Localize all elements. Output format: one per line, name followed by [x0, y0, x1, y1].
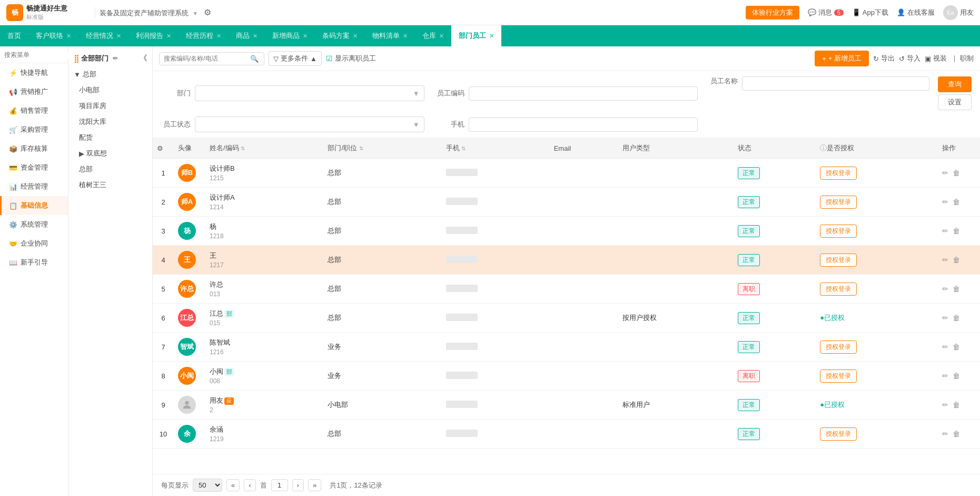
auth-button[interactable]: 授权登录 [820, 369, 857, 383]
edit-icon[interactable]: ✏ [942, 343, 948, 351]
nav-item-collab[interactable]: 🤝 企业协同 [0, 234, 68, 253]
import-button[interactable]: ↺ 导入 [899, 54, 920, 63]
dept-item-project[interactable]: 项目库房 [68, 98, 152, 114]
edit-icon[interactable]: ✏ [942, 256, 948, 264]
auth-button[interactable]: 授权登录 [820, 254, 857, 267]
edit-icon[interactable]: ✏ [942, 285, 948, 293]
online-service-button[interactable]: 👤 在线客服 [897, 8, 935, 17]
edit-icon[interactable]: ✏ [942, 198, 948, 206]
auth-button[interactable]: 授权登录 [820, 196, 857, 209]
app-download-button[interactable]: 📱 App下载 [852, 8, 888, 17]
nav-item-goods[interactable]: 商品 ✕ [229, 25, 265, 46]
page-size-select[interactable]: 50 20 100 [193, 479, 222, 492]
dept-item-head[interactable]: ▼ 总部 [68, 66, 152, 82]
nav-item-marketing[interactable]: 📢 营销推广 [0, 82, 68, 101]
nav-item-finance[interactable]: 💳 资金管理 [0, 158, 68, 177]
sort-dept-icon[interactable]: ⇅ [359, 145, 363, 151]
dept-item-peihuo[interactable]: 配货 [68, 130, 152, 145]
prev-page-button[interactable]: ‹ [244, 479, 255, 491]
print-button[interactable]: ｜ 职制 [951, 54, 974, 63]
last-page-button[interactable]: » [308, 479, 321, 491]
filter-phone-input[interactable] [469, 118, 698, 132]
dept-item-xiaodian[interactable]: 小电部 [68, 82, 152, 98]
dept-item-shenyang[interactable]: 沈阳大库 [68, 114, 152, 130]
nav-item-sales[interactable]: 💰 销售管理 [0, 101, 68, 120]
nav-item-system[interactable]: ⚙️ 系统管理 [0, 215, 68, 234]
filter-dept-select[interactable]: ▼ [195, 85, 424, 101]
edit-icon[interactable]: ✏ [942, 227, 948, 235]
auth-button[interactable]: 授权登录 [820, 225, 857, 238]
edit-icon[interactable]: ✏ [942, 169, 948, 177]
edit-icon[interactable]: ✏ [942, 372, 948, 380]
edit-icon[interactable]: ✏ [942, 314, 948, 322]
nav-item-new-goods[interactable]: 新增商品 ✕ [265, 25, 315, 46]
user-avatar-area[interactable]: Ea 用友 [943, 5, 974, 20]
nav-item-quick[interactable]: ⚡ 快捷导航 [0, 63, 68, 82]
nav-close-new-goods[interactable]: ✕ [303, 33, 308, 40]
settings-col-icon[interactable]: ⚙ [157, 144, 163, 152]
dept-item-shuangdi[interactable]: ▶ 双底想 [68, 145, 152, 161]
nav-item-profit[interactable]: 利润报告 ✕ [128, 25, 179, 46]
filter-empname-input[interactable] [742, 76, 929, 91]
nav-item-employees[interactable]: 部门员工 ✕ [451, 25, 501, 46]
filter-status-select[interactable]: ▼ [195, 116, 424, 132]
nav-close-operation[interactable]: ✕ [116, 33, 121, 40]
delete-icon[interactable]: 🗑 [953, 285, 960, 293]
nav-item-home[interactable]: 首页 [0, 25, 28, 46]
delete-icon[interactable]: 🗑 [953, 256, 960, 264]
sort-name-icon[interactable]: ⇅ [241, 145, 245, 151]
nav-close-profit[interactable]: ✕ [166, 33, 171, 40]
delete-icon[interactable]: 🗑 [953, 401, 960, 409]
delete-icon[interactable]: 🗑 [953, 314, 960, 322]
auth-button[interactable]: 授权登录 [820, 167, 857, 180]
delete-icon[interactable]: 🗑 [953, 372, 960, 380]
search-icon[interactable]: 🔍 [250, 55, 259, 63]
dept-item-zongbu[interactable]: 总部 [68, 161, 152, 177]
nav-item-basic[interactable]: 📋 基础信息 [0, 196, 68, 215]
nav-close-bom[interactable]: ✕ [403, 33, 408, 40]
search-input[interactable] [164, 55, 248, 62]
view-button[interactable]: ▣ 视装 [925, 54, 947, 63]
dept-item-zhishu[interactable]: 植树王三 [68, 177, 152, 193]
nav-close-customer[interactable]: ✕ [66, 33, 71, 40]
nav-item-business[interactable]: 📊 经营管理 [0, 177, 68, 196]
more-filter-button[interactable]: ▽ 更多条件 ▲ [269, 51, 322, 66]
set-button[interactable]: 设置 [938, 94, 972, 110]
sort-phone-icon[interactable]: ⇅ [461, 145, 466, 151]
settings-icon[interactable]: ⚙ [204, 8, 211, 17]
delete-icon[interactable]: 🗑 [953, 169, 960, 177]
nav-item-guide[interactable]: 📖 新手引导 [0, 253, 68, 272]
nav-item-warehouse[interactable]: 仓库 ✕ [415, 25, 451, 46]
export-button[interactable]: ↻ 导出 [873, 54, 895, 63]
nav-item-operation[interactable]: 经营情况 ✕ [78, 25, 128, 46]
delete-icon[interactable]: 🗑 [953, 227, 960, 235]
nav-item-inventory[interactable]: 📦 库存核算 [0, 139, 68, 158]
nav-item-purchase[interactable]: 🛒 采购管理 [0, 120, 68, 139]
nav-close-warehouse[interactable]: ✕ [439, 33, 444, 40]
show-resigned-checkbox[interactable]: ☑ 显示离职员工 [326, 54, 376, 63]
nav-close-goods[interactable]: ✕ [253, 33, 258, 40]
first-page-button[interactable]: « [226, 479, 240, 491]
dept-collapse-icon[interactable]: 《 [140, 54, 147, 63]
nav-item-bom[interactable]: 物料清单 ✕ [365, 25, 415, 46]
query-button[interactable]: 查询 [938, 76, 972, 92]
filter-empcode-input[interactable] [469, 86, 698, 101]
delete-icon[interactable]: 🗑 [953, 198, 960, 206]
edit-icon[interactable]: ✏ [942, 430, 948, 438]
add-employee-button[interactable]: + + 新增员工 [815, 51, 869, 66]
edit-icon[interactable]: ✏ [942, 401, 948, 409]
nav-item-barcode[interactable]: 条码方案 ✕ [315, 25, 365, 46]
next-page-button[interactable]: › [292, 479, 304, 491]
delete-icon[interactable]: 🗑 [953, 343, 960, 351]
auth-button[interactable]: 授权登录 [820, 427, 857, 441]
auth-button[interactable]: 授权登录 [820, 341, 857, 354]
nav-close-history[interactable]: ✕ [216, 33, 221, 40]
delete-icon[interactable]: 🗑 [953, 430, 960, 438]
nav-close-barcode[interactable]: ✕ [353, 33, 358, 40]
nav-item-customer[interactable]: 客户联络 ✕ [28, 25, 78, 46]
dept-edit-icon[interactable]: ✏ [113, 55, 118, 62]
auth-button[interactable]: 授权登录 [820, 283, 857, 296]
message-button[interactable]: 💬 消息 5 [808, 8, 844, 17]
trial-button[interactable]: 体验行业方案 [746, 6, 799, 20]
system-dropdown-arrow[interactable]: ▼ [193, 11, 198, 16]
